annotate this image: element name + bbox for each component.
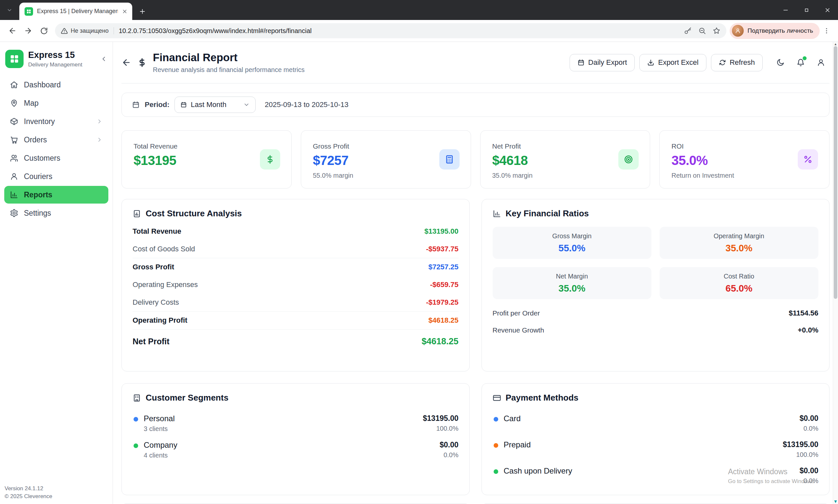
metric-label: ROI [671,142,817,150]
sidebar-item-settings[interactable]: Settings [4,204,108,222]
period-select[interactable]: Last Month [175,96,256,113]
metric-subtext: 35.0% margin [492,172,638,179]
dollar-sign-icon [137,58,147,68]
courier-user-icon [10,172,18,181]
payment-dot [494,443,498,448]
cost-row: Delivery Costs-$1979.25 [132,293,459,311]
page-scrollbar[interactable]: ▲ ▼ [833,42,838,504]
document-chart-icon [132,210,141,218]
refresh-button[interactable]: Refresh [711,54,763,71]
page-title: Financial Report [153,51,305,64]
sidebar-item-label: Reports [24,191,52,199]
credit-card-icon [493,394,501,402]
period-date-range: 2025-09-13 to 2025-10-13 [265,101,349,109]
sidebar-item-label: Map [24,99,39,108]
cost-structure-title: Cost Structure Analysis [146,209,242,219]
payment-row: Prepaid $13195.00 100.0% [493,436,819,463]
sidebar-item-label: Orders [24,136,47,144]
sidebar-item-map[interactable]: Map [4,94,108,112]
key-ratios-card: Key Financial Ratios Gross Margin55.0% O… [482,199,830,372]
export-excel-label: Export Excel [658,58,698,67]
payment-methods-card: Payment Methods Card $0.00 0.0% Prepaid [482,383,830,495]
chevron-right-icon [96,137,103,143]
browser-forward-button[interactable] [20,23,36,39]
page-back-button[interactable] [122,58,131,68]
sidebar-item-couriers[interactable]: Couriers [4,167,108,185]
cost-structure-card: Cost Structure Analysis Total Revenue$13… [122,199,470,372]
bar-chart-icon [493,210,501,218]
segment-dot [133,444,138,448]
app-name: Express 15 [28,50,82,60]
payment-row: Card $0.00 0.0% [493,410,819,436]
tab-close-icon[interactable] [122,8,128,14]
notification-dot [803,56,806,60]
scrollbar-up-arrow[interactable]: ▲ [833,42,838,46]
chevron-right-icon [96,118,103,125]
calculator-icon [439,149,460,169]
metric-card-net-profit: Net Profit $4618 35.0% margin [480,130,650,188]
customer-segments-card: Customer Segments Personal 3 clients $13… [122,383,470,495]
cost-row: Cost of Goods Sold-$5937.75 [132,240,459,258]
bar-chart-icon [10,191,18,199]
calendar-icon [577,59,585,66]
sidebar-item-inventory[interactable]: Inventory [4,112,108,130]
scrollbar-down-arrow[interactable]: ▼ [833,499,838,504]
browser-toolbar: Не защищено 10.2.0.75:10503/oxgg5z6x9oqm… [0,20,838,42]
payment-methods-title: Payment Methods [506,393,579,403]
scrollbar-thumb[interactable] [834,46,837,299]
sidebar-item-label: Dashboard [24,80,61,89]
cost-row: Operating Expenses-$659.75 [132,276,459,293]
export-excel-button[interactable]: Export Excel [639,54,707,71]
calendar-icon [132,101,140,109]
segment-dot [133,417,138,421]
dark-mode-toggle[interactable] [772,54,789,71]
target-icon [618,149,639,169]
sidebar-item-orders[interactable]: Orders [4,131,108,148]
ratio-cell: Gross Margin55.0% [493,227,652,259]
calendar-icon [180,102,187,108]
ratio-cell: Net Margin35.0% [493,267,652,299]
sidebar-item-reports[interactable]: Reports [4,186,108,203]
window-minimize-button[interactable] [775,0,796,20]
new-tab-button[interactable] [139,8,146,15]
url-text[interactable]: 10.2.0.75:10503/oxgg5z6x9oqm/www/index.h… [119,27,680,35]
address-bar[interactable]: Не защищено 10.2.0.75:10503/oxgg5z6x9oqm… [55,23,726,38]
tab-search-chevron-icon[interactable] [6,7,13,13]
metric-label: Net Profit [492,142,638,150]
sidebar-item-customers[interactable]: Customers [4,149,108,167]
window-close-button[interactable] [817,0,838,20]
profile-avatar [732,25,744,37]
browser-reload-button[interactable] [36,23,52,39]
user-profile-button[interactable] [813,54,830,71]
sidebar-nav: Dashboard Map Inventory Orders Customers [0,68,113,222]
sidebar-collapse-button[interactable] [100,55,107,62]
users-icon [10,154,18,162]
app-copyright: © 2025 Cleverence [4,492,52,501]
daily-export-button[interactable]: Daily Export [570,54,635,71]
browser-tab[interactable]: Express 15 | Delivery Managem [19,3,132,20]
security-chip[interactable]: Не защищено [61,28,113,34]
zoom-icon[interactable] [698,27,706,35]
metric-subtext: Return on Investment [671,172,817,179]
segment-row: Company 4 clients $0.00 0.0% [132,436,459,463]
window-maximize-button[interactable] [796,0,817,20]
page-subtitle: Revenue analysis and financial performan… [153,66,305,74]
sidebar-item-dashboard[interactable]: Dashboard [4,76,108,94]
browser-back-button[interactable] [4,23,20,39]
revenue-growth-row: Revenue Growth+0.0% [493,322,819,339]
bookmark-star-icon[interactable] [713,27,720,35]
security-label: Не защищено [71,28,109,34]
package-icon [10,117,18,126]
app-logo [5,50,23,68]
verify-identity-label: Подтвердить личность [747,27,813,34]
home-icon [10,80,18,89]
password-key-icon[interactable] [684,27,692,35]
main-content: Financial Report Revenue analysis and fi… [113,42,838,504]
app-version: Version 24.1.12 [4,485,52,493]
sidebar-item-label: Settings [24,209,51,218]
browser-menu-icon[interactable] [820,23,834,39]
metric-card-total-revenue: Total Revenue $13195 [122,130,292,188]
verify-identity-button[interactable]: Подтвердить личность [730,23,820,39]
notifications-button[interactable] [792,54,809,71]
payment-dot [494,469,498,474]
